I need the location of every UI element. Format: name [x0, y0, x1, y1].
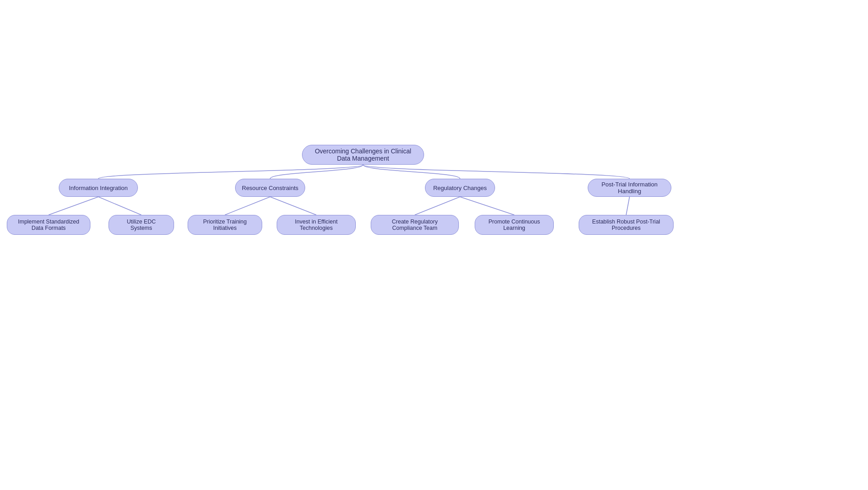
info-integration-label: Information Integration — [69, 185, 127, 191]
node-create-regulatory: Create Regulatory Compliance Team — [371, 215, 459, 235]
node-prioritize-training: Prioritize Training Initiatives — [188, 215, 262, 235]
svg-line-2 — [225, 197, 270, 215]
node-utilize-edc: Utilize EDC Systems — [108, 215, 174, 235]
promote-learning-label: Promote Continuous Learning — [481, 219, 547, 231]
resource-constraints-label: Resource Constraints — [242, 185, 298, 191]
establish-robust-label: Establish Robust Post-Trial Procedures — [585, 219, 667, 231]
svg-line-0 — [49, 197, 99, 215]
node-regulatory-changes: Regulatory Changes — [425, 179, 495, 197]
svg-line-5 — [460, 197, 514, 215]
node-resource-constraints: Resource Constraints — [235, 179, 305, 197]
post-trial-label: Post-Trial Information Handling — [594, 181, 665, 195]
regulatory-changes-label: Regulatory Changes — [433, 185, 487, 191]
create-regulatory-label: Create Regulatory Compliance Team — [377, 219, 452, 231]
node-establish-robust: Establish Robust Post-Trial Procedures — [579, 215, 674, 235]
svg-line-1 — [99, 197, 142, 215]
svg-line-3 — [270, 197, 316, 215]
connector-lines — [0, 0, 868, 490]
root-label: Overcoming Challenges in Clinical Data M… — [309, 147, 417, 162]
prioritize-training-label: Prioritize Training Initiatives — [194, 219, 255, 231]
implement-std-label: Implement Standardized Data Formats — [14, 219, 84, 231]
svg-line-6 — [626, 197, 630, 215]
invest-efficient-label: Invest in Efficient Technologies — [283, 219, 349, 231]
svg-line-4 — [415, 197, 460, 215]
node-promote-learning: Promote Continuous Learning — [475, 215, 554, 235]
utilize-edc-label: Utilize EDC Systems — [115, 219, 167, 231]
diagram-container: Overcoming Challenges in Clinical Data M… — [0, 0, 868, 490]
root-node: Overcoming Challenges in Clinical Data M… — [302, 145, 424, 165]
node-implement-standardized: Implement Standardized Data Formats — [7, 215, 90, 235]
node-invest-efficient: Invest in Efficient Technologies — [277, 215, 356, 235]
node-post-trial-information: Post-Trial Information Handling — [588, 179, 671, 197]
node-information-integration: Information Integration — [59, 179, 138, 197]
